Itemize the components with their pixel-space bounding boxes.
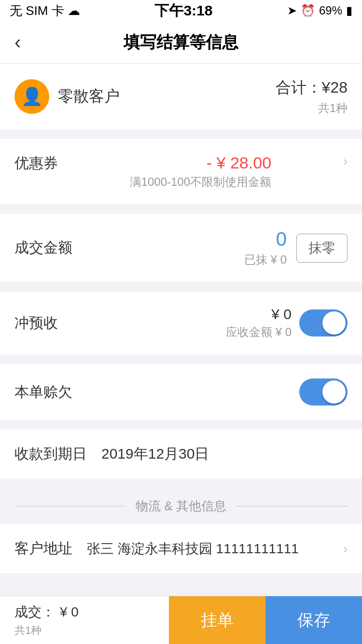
duedate-section: 收款到期日 2019年12月30日 [0,430,362,478]
address-section[interactable]: 客户地址 张三 海淀永丰科技园 11111111111 › [0,524,362,573]
customer-right: 合计：¥28 共1种 [276,77,348,116]
duedate-label: 收款到期日 [14,444,87,464]
status-left: 无 SIM 卡 ☁ [10,2,80,19]
status-time: 下午3:18 [154,1,212,21]
prepay-row: 冲预收 ¥ 0 应收金额 ¥ 0 [14,306,348,354]
battery-label: 69% [319,4,342,17]
coupon-label: 优惠券 [14,154,58,173]
amount-right: 0 已抹 ¥ 0 抹零 [244,228,348,267]
avatar-icon: 👤 [21,86,43,107]
coupon-section[interactable]: 优惠券 - ¥ 28.00 满1000-100不限制使用金额 › [0,139,362,204]
hold-button[interactable]: 挂单 [169,596,265,644]
coupon-chevron: › [343,154,348,169]
amount-value-block: 0 已抹 ¥ 0 [244,228,287,267]
duedate-row: 收款到期日 2019年12月30日 [14,444,348,464]
coupon-subtext: 满1000-100不限制使用金额 [130,174,271,190]
divider-line-right [236,506,348,506]
duedate-value: 2019年12月30日 [101,444,209,464]
bottom-bar: 成交： ¥ 0 共1种 挂单 保存 [0,596,362,644]
credit-toggle[interactable] [299,378,348,406]
amount-label: 成交金额 [14,238,72,258]
round-off-button[interactable]: 抹零 [296,234,348,263]
credit-label: 本单赊欠 [14,382,72,402]
logistics-label: 物流 & 其他信息 [136,498,226,515]
coupon-row: 优惠券 - ¥ 28.00 满1000-100不限制使用金额 › [14,154,348,190]
customer-section: 👤 零散客户 合计：¥28 共1种 [0,64,362,129]
back-button[interactable]: ‹ [14,31,43,53]
amount-section: 成交金额 0 已抹 ¥ 0 抹零 [0,214,362,282]
bottom-count: 共1种 [14,623,154,638]
prepay-subtext: 应收金额 ¥ 0 [226,324,292,340]
save-button[interactable]: 保存 [265,596,362,644]
coupon-value: - ¥ 28.00 [130,154,271,172]
customer-name: 零散客户 [58,86,120,107]
status-bar: 无 SIM 卡 ☁ 下午3:18 ➤ ⏰ 69% ▮ [0,0,362,21]
total-count: 共1种 [276,100,348,116]
total-amount: 合计：¥28 [276,77,348,98]
divider-line-left [14,506,126,506]
logistics-divider: 物流 & 其他信息 [0,488,362,524]
alarm-icon: ⏰ [301,4,315,17]
address-row: 客户地址 张三 海淀永丰科技园 11111111111 › [14,539,348,559]
credit-section: 本单赊欠 [0,364,362,420]
toggle-knob [322,311,346,335]
bottom-transaction-label: 成交： [14,603,55,621]
credit-toggle-knob [322,380,346,404]
bottom-left: 成交： ¥ 0 共1种 [0,603,169,638]
amount-subtext: 已抹 ¥ 0 [244,252,287,267]
sim-status: 无 SIM 卡 ☁ [10,2,80,19]
main-content: 👤 零散客户 合计：¥28 共1种 优惠券 - ¥ 28.00 满1000-10… [0,64,362,641]
prepay-section: 冲预收 ¥ 0 应收金额 ¥ 0 [0,292,362,354]
prepay-value: ¥ 0 [226,306,292,322]
amount-value: 0 [244,228,287,250]
bottom-transaction: 成交： ¥ 0 [14,603,154,621]
credit-row: 本单赊欠 [14,378,348,406]
avatar: 👤 [14,79,49,114]
amount-row: 成交金额 0 已抹 ¥ 0 抹零 [14,228,348,267]
location-icon: ➤ [287,4,297,17]
prepay-right: ¥ 0 应收金额 ¥ 0 [226,306,348,340]
customer-left: 👤 零散客户 [14,79,120,114]
battery-icon: ▮ [346,4,352,17]
address-label: 客户地址 [14,539,72,559]
address-chevron: › [343,541,348,557]
address-left: 客户地址 张三 海淀永丰科技园 11111111111 [14,539,299,559]
prepay-label: 冲预收 [14,313,58,333]
prepay-value-block: ¥ 0 应收金额 ¥ 0 [226,306,292,340]
bottom-transaction-value: ¥ 0 [60,604,79,620]
status-right: ➤ ⏰ 69% ▮ [287,4,352,17]
nav-bar: ‹ 填写结算等信息 [0,21,362,64]
prepay-toggle[interactable] [299,309,348,336]
address-value: 张三 海淀永丰科技园 11111111111 [87,540,299,558]
page-title: 填写结算等信息 [124,31,238,54]
coupon-right: - ¥ 28.00 满1000-100不限制使用金额 [130,154,271,190]
